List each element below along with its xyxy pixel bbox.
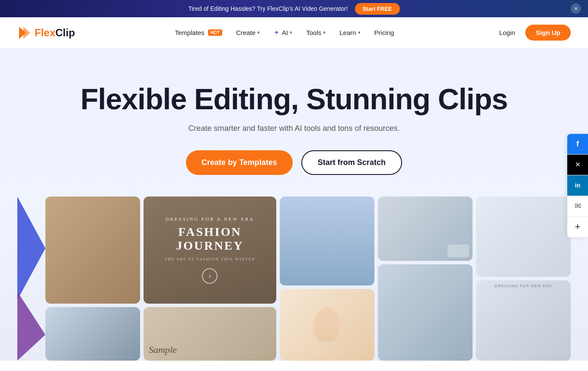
login-button[interactable]: Login	[494, 25, 521, 40]
nav-item-templates[interactable]: Templates HOT	[170, 25, 227, 40]
media-col-2: DRESSING FOR A NEW ERA FASHION JOURNEY T…	[144, 197, 276, 361]
learn-chevron-icon: ▾	[358, 30, 361, 35]
fashion-subtitle: JOURNEY	[176, 239, 243, 253]
nav-item-tools[interactable]: Tools ▾	[301, 25, 331, 40]
nav-pricing-label: Pricing	[374, 29, 394, 36]
social-sidebar: f ✕ in ✉ +	[567, 134, 588, 238]
twitter-share-button[interactable]: ✕	[567, 155, 588, 175]
hero-section: Flexible Editing, Stunning Clips Create …	[0, 48, 588, 361]
left-decoration	[17, 197, 45, 361]
bride-portrait	[280, 289, 374, 360]
fashion-arrow-icon: ›	[202, 268, 217, 284]
logo-clip: Clip	[55, 27, 75, 38]
media-col-3	[280, 197, 374, 361]
more-icon: +	[575, 221, 581, 232]
nav-create-label: Create	[236, 29, 256, 36]
main-nav: FlexClip Templates HOT Create ▾ ✦ AI ▾ T…	[0, 17, 588, 48]
nav-item-learn[interactable]: Learn ▾	[334, 25, 365, 40]
media-card-portrait	[378, 264, 473, 361]
tools-chevron-icon: ▾	[323, 30, 326, 35]
logo-icon	[17, 25, 33, 41]
hero-buttons: Create by Templates Start from Scratch	[17, 150, 571, 175]
media-card-blurred-1	[476, 197, 571, 277]
media-card-sky	[280, 197, 374, 286]
media-card-office	[378, 197, 473, 261]
nav-learn-label: Learn	[339, 29, 356, 36]
media-preview: DRESSING FOR A NEW ERA FASHION JOURNEY T…	[17, 197, 571, 361]
banner-text: Tired of Editing Hassles? Try FlexClip's…	[188, 5, 348, 12]
ai-chevron-icon: ▾	[290, 30, 292, 35]
media-card-script: Sample	[144, 307, 276, 361]
script-text: Sample	[149, 344, 177, 355]
hero-title: Flexible Editing, Stunning Clips	[17, 83, 571, 115]
nav-templates-label: Templates	[175, 29, 205, 36]
twitter-icon: ✕	[575, 161, 581, 168]
fashion-footer: THE ART OF FASHION THIS WINTER	[164, 257, 255, 261]
fashion-title: FASHION	[178, 225, 242, 239]
logo-text: FlexClip	[35, 27, 75, 39]
svg-marker-2	[17, 197, 45, 300]
fashion-eyebrow: DRESSING FOR A NEW ERA	[166, 216, 255, 222]
media-card-blurred-2: DRESSING FOR NEW ERA	[476, 280, 571, 361]
media-card-fashion-main: DRESSING FOR A NEW ERA FASHION JOURNEY T…	[144, 197, 276, 304]
linkedin-icon: in	[575, 182, 580, 189]
logo[interactable]: FlexClip	[17, 25, 75, 41]
nav-item-create[interactable]: Create ▾	[231, 25, 265, 40]
banner-close-button[interactable]: ×	[571, 3, 581, 14]
fashion-overlay: DRESSING FOR A NEW ERA FASHION JOURNEY T…	[144, 197, 276, 304]
svg-marker-1	[23, 27, 30, 39]
nav-item-ai[interactable]: ✦ AI ▾	[268, 25, 297, 40]
media-card-ring	[45, 307, 140, 361]
hot-badge: HOT	[208, 29, 222, 36]
blurred-text: DRESSING FOR NEW ERA	[479, 284, 567, 288]
media-col-1	[45, 197, 140, 361]
signup-button[interactable]: Sign Up	[525, 25, 571, 41]
facebook-share-button[interactable]: f	[567, 134, 588, 155]
logo-flex: Flex	[35, 27, 55, 38]
svg-marker-3	[17, 292, 45, 361]
nav-right: Login Sign Up	[494, 25, 571, 41]
hero-subtitle: Create smarter and faster with AI tools …	[17, 124, 571, 133]
top-banner: Tired of Editing Hassles? Try FlexClip's…	[0, 0, 588, 17]
media-card-bride	[280, 289, 374, 360]
facebook-icon: f	[576, 140, 579, 149]
office-screen	[447, 244, 469, 257]
nav-item-pricing[interactable]: Pricing	[369, 25, 399, 40]
nav-tools-label: Tools	[306, 29, 321, 36]
start-scratch-button[interactable]: Start from Scratch	[301, 150, 402, 175]
media-card-woman	[45, 197, 140, 304]
ai-star-icon: ✦	[274, 29, 279, 37]
email-share-button[interactable]: ✉	[567, 196, 588, 217]
more-share-button[interactable]: +	[567, 217, 588, 238]
media-col-4	[378, 197, 473, 361]
linkedin-share-button[interactable]: in	[567, 175, 588, 196]
create-chevron-icon: ▾	[257, 30, 260, 35]
nav-links: Templates HOT Create ▾ ✦ AI ▾ Tools ▾ Le…	[170, 25, 399, 40]
nav-ai-label: AI	[282, 29, 288, 36]
email-icon: ✉	[575, 201, 581, 211]
media-col-5: DRESSING FOR NEW ERA	[476, 197, 571, 361]
banner-cta-button[interactable]: Start FREE	[355, 3, 400, 15]
create-templates-button[interactable]: Create by Templates	[186, 150, 293, 175]
